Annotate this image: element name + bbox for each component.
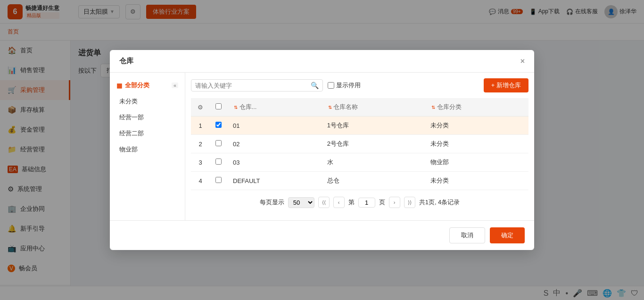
category-panel: ▦ 全部分类 « 未分类 经营一部 经营二部 物业部 (110, 73, 185, 220)
sort-code-icon[interactable]: ⇅ (234, 105, 238, 110)
select-all-checkbox[interactable] (215, 103, 222, 109)
col-code: ⇅ 仓库... (227, 98, 322, 117)
prev-page-button[interactable]: ‹ (333, 197, 345, 208)
page-unit: 页 (379, 198, 385, 207)
row-code: 03 (227, 153, 322, 172)
sort-name-icon[interactable]: ⇅ (328, 105, 332, 110)
settings-icon[interactable]: ⚙ (198, 104, 203, 111)
row-num: 2 (191, 135, 210, 153)
pagination: 每页显示 50 100 200 ⟨⟨ ‹ 第 页 › ⟩⟩ 共1页, 4条记录 (191, 190, 528, 215)
search-input[interactable] (195, 82, 308, 89)
table-panel: 🔍 显示停用 + 新增仓库 ⚙ (185, 73, 534, 220)
col-settings: ⚙ (191, 98, 210, 117)
row-name: 1号仓库 (322, 117, 425, 135)
row-checkbox[interactable] (210, 117, 227, 135)
row-category: 物业部 (425, 153, 528, 172)
page-label: 第 (348, 198, 355, 207)
col-name: ⇅ 仓库名称 (322, 98, 425, 117)
category-item-ops1[interactable]: 经营一部 (110, 109, 185, 125)
sort-cat-icon[interactable]: ⇅ (431, 105, 435, 110)
row-category: 未分类 (425, 135, 528, 153)
table-row[interactable]: 1 01 1号仓库 未分类 (191, 117, 528, 135)
row-code: 01 (227, 117, 322, 135)
show-disabled-checkbox[interactable] (328, 82, 334, 89)
table-row[interactable]: 3 03 水 物业部 (191, 153, 528, 172)
search-box: 🔍 (191, 79, 323, 92)
category-item-ops2[interactable]: 经营二部 (110, 125, 185, 142)
row-checkbox[interactable] (210, 172, 227, 190)
total-info: 共1页, 4条记录 (419, 198, 460, 207)
collapse-panel-button[interactable]: « (172, 83, 178, 88)
category-item-unclassified[interactable]: 未分类 (110, 93, 185, 109)
all-categories-button[interactable]: ▦ 全部分类 « (110, 77, 185, 93)
cancel-button[interactable]: 取消 (449, 227, 485, 243)
table-toolbar: 🔍 显示停用 + 新增仓库 (191, 78, 528, 92)
row-name: 总仓 (322, 172, 425, 190)
row-checkbox[interactable] (210, 135, 227, 153)
col-checkbox (210, 98, 227, 117)
modal-overlay[interactable]: 仓库 × ▦ 全部分类 « 未分类 经营一部 经营二部 物业部 (0, 0, 644, 300)
row-name: 2号仓库 (322, 135, 425, 153)
add-warehouse-button[interactable]: + 新增仓库 (484, 78, 528, 92)
per-page-select[interactable]: 50 100 200 (288, 197, 314, 208)
row-num: 3 (191, 153, 210, 172)
row-name: 水 (322, 153, 425, 172)
first-page-button[interactable]: ⟨⟨ (318, 197, 330, 208)
next-page-button[interactable]: › (389, 197, 400, 208)
show-disabled-label: 显示停用 (328, 81, 361, 90)
confirm-button[interactable]: 确定 (490, 227, 525, 243)
search-icon[interactable]: 🔍 (311, 82, 319, 89)
row-category: 未分类 (425, 117, 528, 135)
modal-title: 仓库 (119, 57, 133, 66)
row-checkbox[interactable] (210, 153, 227, 172)
close-icon[interactable]: × (520, 57, 525, 66)
row-num: 4 (191, 172, 210, 190)
row-num: 1 (191, 117, 210, 135)
warehouse-table: ⚙ ⇅ 仓库... ⇅ 仓库名称 (191, 98, 528, 190)
modal-header: 仓库 × (110, 50, 534, 73)
warehouse-modal: 仓库 × ▦ 全部分类 « 未分类 经营一部 经营二部 物业部 (110, 50, 534, 250)
col-category: ⇅ 仓库分类 (425, 98, 528, 117)
row-category: 未分类 (425, 172, 528, 190)
row-code: 02 (227, 135, 322, 153)
modal-footer: 取消 确定 (110, 220, 534, 250)
table-row[interactable]: 2 02 2号仓库 未分类 (191, 135, 528, 153)
page-number-input[interactable] (358, 198, 375, 208)
row-code: DEFAULT (227, 172, 322, 190)
table-row[interactable]: 4 DEFAULT 总仓 未分类 (191, 172, 528, 190)
last-page-button[interactable]: ⟩⟩ (404, 197, 415, 208)
category-item-property[interactable]: 物业部 (110, 142, 185, 158)
grid-icon: ▦ (116, 82, 122, 89)
modal-body: ▦ 全部分类 « 未分类 经营一部 经营二部 物业部 🔍 (110, 73, 534, 220)
per-page-label: 每页显示 (260, 198, 284, 207)
